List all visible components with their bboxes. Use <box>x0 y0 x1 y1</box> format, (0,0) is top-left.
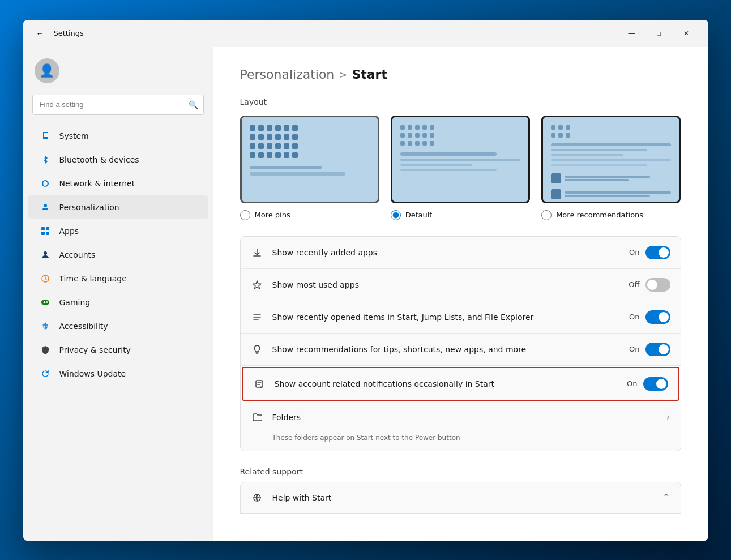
sidebar-item-apps[interactable]: Apps <box>28 219 208 243</box>
toggle-group-recently-opened: On <box>629 310 670 324</box>
chevron-up-icon: ⌃ <box>662 492 670 503</box>
svg-point-7 <box>46 301 48 302</box>
toggle-status-recently-opened: On <box>629 313 639 321</box>
star-icon <box>251 279 263 291</box>
help-label: Help with Start <box>272 493 654 502</box>
breadcrumb-current: Start <box>352 67 387 82</box>
sidebar-label-gaming: Gaming <box>59 298 91 307</box>
accounts-icon <box>39 249 52 261</box>
radio-default[interactable] <box>391 210 401 220</box>
privacy-icon <box>39 344 52 356</box>
toggle-recently-opened[interactable] <box>645 310 670 324</box>
personalization-icon <box>39 201 52 213</box>
sidebar-label-system: System <box>59 131 89 140</box>
bluetooth-icon <box>39 153 52 166</box>
svg-rect-10 <box>256 381 263 387</box>
avatar-icon: 👤 <box>39 63 54 78</box>
related-support-section: Related support Help with Start ⌃ <box>240 467 681 514</box>
sidebar-item-privacy[interactable]: Privacy & security <box>28 338 208 362</box>
radio-more-pins[interactable] <box>240 210 250 220</box>
help-with-start-row[interactable]: Help with Start ⌃ <box>240 482 681 514</box>
svg-rect-1 <box>46 227 49 230</box>
sidebar-item-gaming[interactable]: Gaming <box>28 290 208 314</box>
sidebar-label-privacy: Privacy & security <box>59 345 131 354</box>
avatar[interactable]: 👤 <box>35 58 59 83</box>
radio-more-recs[interactable] <box>541 210 552 220</box>
minimize-button[interactable]: — <box>619 24 645 42</box>
toggle-group-account-notifications: On <box>627 377 668 391</box>
setting-row-recently-added: Show recently added apps On <box>241 237 681 269</box>
search-icon: 🔍 <box>189 100 198 109</box>
folders-sub-label: These folders appear on Start next to th… <box>272 434 670 442</box>
setting-label-account-notifications: Show account related notifications occas… <box>275 379 618 388</box>
window-body: 👤 🔍 🖥 System Bluetooth & devices <box>23 47 708 541</box>
close-button[interactable]: ✕ <box>673 24 699 42</box>
sidebar-label-update: Windows Update <box>59 369 126 378</box>
related-support-label: Related support <box>240 467 681 476</box>
layout-preview-default[interactable] <box>391 116 530 203</box>
sidebar: 👤 🔍 🖥 System Bluetooth & devices <box>23 47 213 541</box>
sidebar-label-accounts: Accounts <box>59 250 96 259</box>
toggle-group-most-used: Off <box>629 278 670 292</box>
toggle-account-notifications[interactable] <box>643 377 668 391</box>
breadcrumb-separator: > <box>339 69 347 80</box>
search-input[interactable] <box>32 95 204 115</box>
sidebar-item-time[interactable]: Time & language <box>28 267 208 290</box>
svg-point-8 <box>46 302 48 303</box>
sidebar-item-accessibility[interactable]: Accessibility <box>28 314 208 338</box>
toggle-status-most-used: Off <box>629 280 639 289</box>
toggle-recommendations[interactable] <box>645 343 670 356</box>
folder-icon <box>251 411 263 424</box>
maximize-button[interactable]: □ <box>646 24 672 42</box>
system-icon: 🖥 <box>39 130 52 142</box>
sidebar-item-update[interactable]: Windows Update <box>28 362 208 386</box>
settings-group: Show recently added apps On <box>240 236 681 451</box>
sidebar-label-accessibility: Accessibility <box>59 322 108 331</box>
setting-row-recommendations: Show recommendations for tips, shortcuts… <box>241 334 681 366</box>
apps-icon <box>39 225 52 237</box>
radio-label-default: Default <box>405 211 433 219</box>
gaming-icon <box>39 296 52 309</box>
svg-rect-2 <box>41 232 45 235</box>
sidebar-item-bluetooth[interactable]: Bluetooth & devices <box>28 148 208 172</box>
radio-row-more-pins: More pins <box>240 210 379 220</box>
sidebar-item-personalization[interactable]: Personalization <box>28 195 208 219</box>
layout-section-label: Layout <box>240 97 681 106</box>
radio-label-more-recs: More recommendations <box>556 211 643 219</box>
layout-card-default: Default <box>391 116 530 220</box>
sidebar-item-network[interactable]: Network & internet <box>28 172 208 195</box>
window-controls: — □ ✕ <box>619 24 699 42</box>
layout-card-more-recs: More recommendations <box>541 116 681 220</box>
lightbulb-icon <box>251 343 263 356</box>
toggle-status-recently-added: On <box>629 248 639 257</box>
back-button[interactable]: ← <box>32 25 48 41</box>
account-notification-icon <box>253 378 266 390</box>
sidebar-label-time: Time & language <box>59 274 127 283</box>
setting-row-folders[interactable]: Folders › These folders appear on Start … <box>241 402 681 451</box>
setting-label-recently-opened: Show recently opened items in Start, Jum… <box>272 313 621 322</box>
accessibility-icon <box>39 320 52 332</box>
toggle-recently-added[interactable] <box>645 246 670 259</box>
sidebar-label-bluetooth: Bluetooth & devices <box>59 155 139 164</box>
svg-point-9 <box>44 322 46 324</box>
toggle-most-used[interactable] <box>645 278 670 292</box>
layout-preview-more-recs[interactable] <box>541 116 681 203</box>
sidebar-item-system[interactable]: 🖥 System <box>28 124 208 148</box>
svg-rect-0 <box>41 227 45 230</box>
sidebar-label-network: Network & internet <box>59 179 135 188</box>
chevron-right-icon: › <box>666 412 670 422</box>
radio-label-more-pins: More pins <box>255 211 290 219</box>
setting-label-most-used: Show most used apps <box>272 280 620 289</box>
settings-window: ← Settings — □ ✕ 👤 🔍 🖥 System <box>23 20 708 541</box>
sidebar-item-accounts[interactable]: Accounts <box>28 243 208 267</box>
title-bar-left: ← Settings <box>32 25 619 41</box>
network-icon <box>39 177 52 190</box>
layout-preview-more-pins[interactable] <box>240 116 379 203</box>
setting-label-recently-added: Show recently added apps <box>272 248 621 257</box>
toggle-status-recommendations: On <box>629 345 639 353</box>
search-box: 🔍 <box>32 95 204 115</box>
list-icon <box>251 311 263 323</box>
main-content: Personalization > Start Layout <box>213 47 708 541</box>
sidebar-label-personalization: Personalization <box>59 203 119 212</box>
breadcrumb-parent: Personalization <box>240 67 335 82</box>
